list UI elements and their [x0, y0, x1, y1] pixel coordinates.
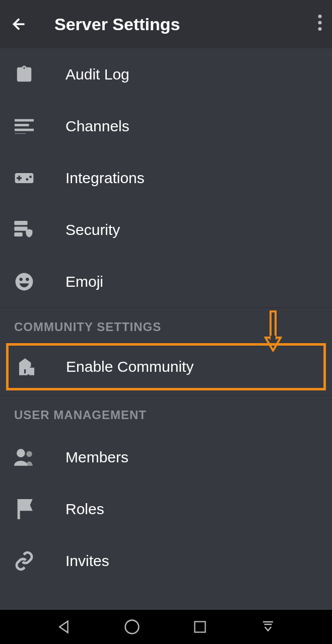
gamepad-icon [14, 168, 34, 188]
svg-rect-21 [194, 622, 205, 632]
android-nav-bar [0, 610, 332, 644]
server-shield-icon [14, 220, 34, 240]
svg-point-2 [318, 27, 321, 30]
menu-item-label: Audit Log [65, 66, 129, 83]
svg-point-1 [318, 21, 321, 24]
list-icon [14, 116, 34, 136]
header-bar: Server Settings [0, 0, 332, 48]
menu-item-invites[interactable]: Invites [0, 535, 332, 587]
svg-rect-18 [271, 336, 276, 340]
menu-item-roles[interactable]: Roles [0, 483, 332, 535]
users-icon [14, 447, 34, 467]
menu-item-label: Integrations [65, 170, 145, 187]
menu-item-channels[interactable]: Channels [0, 100, 332, 152]
svg-rect-7 [14, 221, 27, 225]
menu-item-security[interactable]: Security [0, 204, 332, 256]
menu-item-integrations[interactable]: Integrations [0, 152, 332, 204]
menu-item-label: Security [65, 221, 120, 238]
nav-home-button[interactable] [122, 617, 142, 637]
svg-point-10 [16, 273, 33, 290]
settings-list: Audit Log Channels Integrations Security… [0, 48, 332, 587]
more-vertical-icon [318, 15, 322, 31]
link-icon [14, 551, 34, 571]
svg-rect-3 [15, 119, 34, 121]
svg-point-11 [20, 278, 23, 281]
square-recents-icon [193, 620, 207, 634]
clipboard-icon [14, 64, 34, 85]
flag-icon [14, 499, 34, 519]
menu-item-label: Roles [65, 501, 104, 518]
nav-back-button[interactable] [54, 617, 74, 637]
svg-rect-16 [271, 311, 276, 339]
svg-rect-8 [14, 226, 27, 230]
triangle-back-icon [56, 619, 72, 634]
svg-rect-4 [15, 124, 29, 126]
menu-item-label: Invites [65, 552, 109, 570]
section-header-user-management: USER MANAGEMENT [0, 395, 332, 431]
svg-rect-5 [15, 128, 34, 131]
annotation-arrow-icon [264, 310, 282, 352]
menu-item-label: Channels [65, 118, 129, 135]
nav-recents-button[interactable] [190, 617, 210, 637]
page-title: Server Settings [54, 15, 180, 34]
svg-point-15 [26, 451, 32, 457]
menu-item-label: Enable Community [66, 358, 193, 375]
circle-home-icon [124, 619, 140, 635]
svg-point-0 [318, 15, 321, 18]
menu-item-emoji[interactable]: Emoji [0, 256, 332, 307]
svg-rect-6 [15, 133, 26, 134]
svg-rect-9 [14, 232, 22, 236]
download-dropdown-icon [260, 619, 276, 634]
menu-item-members[interactable]: Members [0, 431, 332, 483]
svg-marker-19 [60, 621, 68, 633]
overflow-menu-button[interactable] [318, 15, 322, 34]
svg-point-14 [17, 449, 25, 457]
back-arrow-icon [10, 15, 28, 33]
buildings-icon [17, 357, 37, 377]
emoji-icon [14, 272, 34, 292]
svg-point-20 [125, 620, 139, 634]
menu-item-audit-log[interactable]: Audit Log [0, 48, 332, 100]
menu-item-label: Members [65, 449, 128, 466]
svg-point-12 [26, 278, 29, 281]
menu-item-label: Emoji [65, 273, 103, 290]
section-header-community: COMMUNITY SETTINGS [0, 307, 332, 343]
back-button[interactable] [10, 15, 34, 33]
nav-dropdown-button[interactable] [258, 617, 278, 637]
